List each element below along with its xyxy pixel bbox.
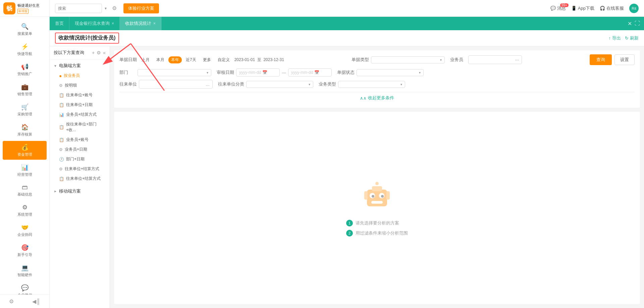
- salesman-date-icon: ⚙: [59, 147, 63, 152]
- topbar-gear-icon[interactable]: ⚙: [112, 5, 117, 11]
- message-button[interactable]: 💬 消息 99+: [550, 5, 566, 11]
- salesman-more-icon[interactable]: ···: [515, 57, 519, 62]
- doc-type-arrow-icon: ▾: [440, 58, 442, 62]
- date-tab-prev-month[interactable]: 上月: [139, 56, 152, 63]
- review-date-to[interactable]: yyyy-mm-dd 📅: [288, 68, 332, 76]
- scheme-item-supplier-dept[interactable]: 📋 按往来单位+部门+收...: [50, 119, 110, 135]
- system-icon: ⚙: [22, 204, 28, 211]
- tab-home[interactable]: 首页: [50, 17, 69, 30]
- collapse-more-icon: ∧∧: [360, 96, 367, 101]
- tabbar-right: ✕ ⛶: [628, 17, 644, 30]
- sidebar-item-enterprise[interactable]: 🤝 企业协同: [0, 220, 49, 241]
- filter-area: 单据日期 上月 本月 本年 近7天 更多 自定义 2023-01-01: [114, 50, 640, 108]
- empty-tip-1: 1 请先选择要分析的方案: [346, 220, 408, 226]
- sidebar-settings-icon[interactable]: ⚙: [9, 298, 14, 305]
- svg-point-2: [375, 182, 379, 185]
- scheme-item-dept-date[interactable]: 🕐 部门+日期: [50, 154, 110, 164]
- set-button[interactable]: 设置: [614, 54, 635, 65]
- sidebar-item-inventory[interactable]: 🏠 库存核算: [0, 120, 49, 140]
- mobile-scheme-header[interactable]: ▼ 移动端方案: [50, 186, 110, 196]
- trial-button[interactable]: 体验行业方案: [123, 3, 159, 13]
- dept-date-icon: 🕐: [59, 157, 64, 162]
- counterpart-filter: 往来单位 ...: [119, 80, 213, 89]
- body-layout: 按以下方案查询 + ⚙ « ▼ 电脑端方案 ●: [50, 46, 644, 308]
- scheme-item-salesman-date[interactable]: ⚙ 业务员+日期: [50, 145, 110, 154]
- desktop-scheme-header[interactable]: ▼ 电脑端方案: [50, 61, 110, 71]
- date-tab-this-month[interactable]: 本月: [154, 56, 167, 63]
- search-input[interactable]: [55, 4, 102, 13]
- scheme-item-supplier-account[interactable]: 📋 往来单位+账号: [50, 90, 110, 100]
- empty-state: 1 请先选择要分析的方案 2 用过滤条件来缩小分析范围: [114, 112, 640, 304]
- date-tab-more[interactable]: 更多: [200, 56, 214, 63]
- scheme-settings-icon[interactable]: ⚙: [97, 50, 101, 55]
- sidebar-item-sales[interactable]: 💼 销售管理: [0, 80, 49, 100]
- dept-select[interactable]: ▾: [138, 69, 211, 76]
- sidebar-item-marketing[interactable]: 📢 营销推广: [0, 60, 49, 80]
- sidebar-item-hardware[interactable]: 💻 智能硬件: [0, 261, 49, 281]
- scheme-item-by-salesman[interactable]: ● 按业务员: [50, 71, 110, 81]
- svg-rect-0: [367, 190, 387, 206]
- counterpart-select[interactable]: ...: [139, 80, 213, 89]
- left-panel-collapse-icon[interactable]: «: [103, 50, 106, 55]
- sidebar-item-guide[interactable]: 🎯 新手引导: [0, 241, 49, 261]
- date-tab-custom[interactable]: 自定义: [215, 56, 232, 63]
- doc-type-select[interactable]: ▾: [371, 56, 445, 63]
- sidebar-item-search[interactable]: 🔍 搜索菜单: [0, 19, 49, 40]
- doc-status-arrow-icon: ▾: [419, 71, 421, 74]
- sidebar-item-system[interactable]: ⚙ 系统管理: [0, 200, 49, 220]
- tabbar: 首页 现金银行流水查询 × 收款情况统计 × ✕ ⛶: [50, 17, 644, 30]
- doc-status-select[interactable]: ▾: [357, 69, 424, 76]
- tab-bank-close-icon[interactable]: ×: [112, 21, 114, 26]
- by-detail-icon: ⚙: [59, 83, 63, 88]
- date-tab-last7[interactable]: 近7天: [183, 56, 199, 63]
- close-window-icon[interactable]: ✕: [628, 20, 632, 27]
- scheme-item-by-detail[interactable]: ⚙ 按明细: [50, 81, 110, 90]
- sidebar-nav: 🔍 搜索菜单 ⚡ 快捷导航 📢 营销推广 💼 销售管理 🛒 采购管理 🏠 库存核…: [0, 17, 49, 295]
- date-tab-this-year[interactable]: 本年: [168, 56, 182, 63]
- tab-receipt[interactable]: 收款情况统计 ×: [120, 17, 161, 30]
- sidebar-item-basic[interactable]: 🗃 基础信息: [0, 181, 49, 200]
- review-date-from[interactable]: yyyy-mm-dd 📅: [236, 68, 280, 76]
- sidebar-item-quicknav[interactable]: ⚡ 快捷导航: [0, 40, 49, 60]
- sidebar-item-purchase[interactable]: 🛒 采购管理: [0, 100, 49, 120]
- sidebar-item-finance[interactable]: 💰 资金管理: [3, 141, 47, 160]
- scheme-item-supplier-settle2[interactable]: 📋 往来单位+结算方式: [50, 174, 110, 184]
- main-content: ▾ ⚙ 体验行业方案 💬 消息 99+ 📱 App下载 🎧 在线客服 Rit: [50, 0, 644, 308]
- collapse-more-button[interactable]: ∧∧ 收起更多条件: [119, 92, 635, 104]
- scheme-item-supplier-date[interactable]: 📋 往来单位+日期: [50, 100, 110, 110]
- page-title: 收款情况统计(按业务员): [55, 33, 119, 44]
- operations-icon: 📊: [21, 164, 29, 171]
- scheme-item-supplier-settle1[interactable]: ⚙ 往来单位+结算方式: [50, 164, 110, 174]
- search-icon: 🔍: [21, 23, 29, 30]
- export-button[interactable]: ↑ 导出: [609, 35, 621, 41]
- salesman-settle-icon: 📊: [59, 112, 64, 117]
- user-avatar[interactable]: Rit: [629, 4, 639, 13]
- business-type-select[interactable]: ▾: [338, 81, 405, 88]
- marketing-icon: 📢: [21, 63, 29, 70]
- counterpart-category-select[interactable]: ▾: [246, 81, 313, 88]
- sidebar-item-operations[interactable]: 📊 经营管理: [0, 160, 49, 181]
- refresh-button[interactable]: ↻ 刷新: [625, 35, 639, 41]
- scheme-item-salesman-account[interactable]: 📋 业务员+账号: [50, 135, 110, 145]
- mobile-scheme-group: ▼ 移动端方案: [50, 185, 110, 198]
- empty-tips: 1 请先选择要分析的方案 2 用过滤条件来缩小分析范围: [346, 220, 408, 237]
- supplier-settle2-icon: 📋: [59, 176, 64, 181]
- dropdown-arrow-icon[interactable]: ▾: [105, 6, 107, 11]
- query-button[interactable]: 查询: [590, 54, 612, 65]
- counterpart-more-icon[interactable]: ...: [206, 82, 210, 87]
- basic-icon: 🗃: [22, 184, 28, 191]
- enterprise-icon: 🤝: [21, 224, 29, 231]
- tab-receipt-close-icon[interactable]: ×: [153, 21, 156, 26]
- inventory-icon: 🏠: [21, 123, 29, 131]
- sidebar-item-wechat[interactable]: 💬 企业微信: [0, 281, 49, 295]
- online-service-button[interactable]: 🎧 在线客服: [600, 5, 624, 11]
- tab-bank[interactable]: 现金银行流水查询 ×: [69, 17, 120, 30]
- maximize-icon[interactable]: ⛶: [635, 20, 640, 27]
- content-area: 收款情况统计(按业务员) ↑ 导出 ↻ 刷新 按以下方案查询 +: [50, 30, 644, 308]
- add-scheme-icon[interactable]: +: [92, 50, 95, 55]
- scheme-item-salesman-settle[interactable]: 📊 业务员+结算方式: [50, 110, 110, 119]
- app-download-button[interactable]: 📱 App下载: [571, 5, 594, 11]
- salesman-select[interactable]: ···: [468, 55, 522, 64]
- sidebar: 畅 畅捷通好生意 标准版 🔍 搜索菜单 ⚡ 快捷导航 📢 营销推广 💼 销售管理…: [0, 0, 50, 308]
- sidebar-collapse-icon[interactable]: ◀║: [32, 298, 40, 305]
